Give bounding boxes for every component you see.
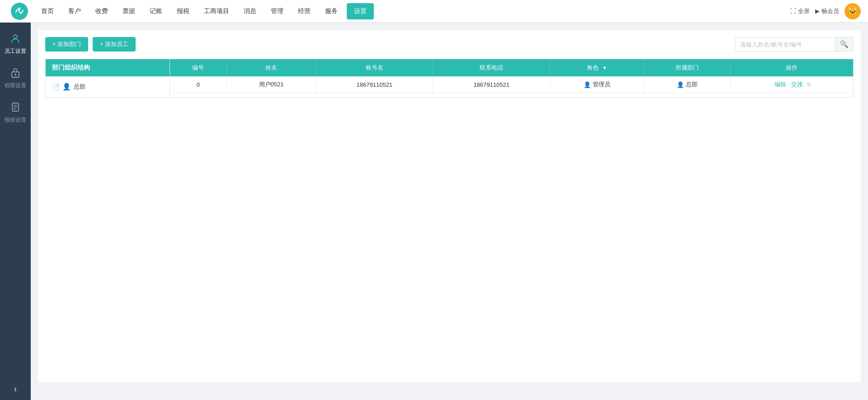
top-navigation: 首页 客户 收费 票据 记账 报税 工商项目 消息 管理 经营 服务 设置 ⛶ … [0,0,868,23]
nav-settings[interactable]: 设置 [347,3,374,19]
col-header-role[interactable]: 角色 ▼ [550,59,644,76]
add-emp-button[interactable]: + 添加员工 [93,37,136,52]
dept-node-root[interactable]: 📄 👤 总部 [50,80,165,94]
file-icon: 📄 [52,83,60,90]
dept-tree-body: 📄 👤 总部 [46,76,170,97]
dept-layout: 部门组织结构 📄 👤 总部 编号 姓名 账号名 [45,59,854,98]
content-card: + 添加部门 + 添加员工 🔍 部门组织结构 📄 👤 总部 [38,30,861,382]
nav-items: 首页 客户 收费 票据 记账 报税 工商项目 消息 管理 经营 服务 设置 [34,0,790,23]
search-button[interactable]: 🔍 [835,38,853,51]
nav-customer[interactable]: 客户 [61,0,88,23]
col-header-dept: 所属部门 [644,59,731,76]
fullscreen-button[interactable]: ⛶ 全屏 [790,7,810,15]
dept-badge-icon: 👤 [677,81,684,88]
table-header-row: 编号 姓名 账号名 联系电话 角色 ▼ 所属部门 操作 [170,59,853,76]
nav-service[interactable]: 服务 [318,0,345,23]
cell-name: 用户0521 [226,76,316,93]
svg-point-1 [18,7,21,10]
add-dept-button[interactable]: + 添加部门 [45,37,88,52]
nav-fee[interactable]: 收费 [88,0,115,23]
svg-point-4 [14,74,16,75]
nav-home[interactable]: 首页 [34,0,61,23]
table-row: 0 用户0521 18679110521 18679110521 👤 管理员 [170,76,853,93]
dept-node-label: 总部 [74,83,85,91]
role-user-icon: 👤 [584,81,591,88]
employee-label: 员工设置 [5,47,26,55]
nav-manage[interactable]: 管理 [264,0,291,23]
search-input[interactable] [736,38,835,51]
dept-user-icon: 👤 [62,83,71,91]
vip-icon: ▶ [815,8,820,14]
nav-tax[interactable]: 报税 [170,0,197,23]
svg-point-2 [14,35,17,38]
cell-id: 0 [170,76,226,93]
employee-icon [10,33,20,46]
toolbar: + 添加部门 + 添加员工 🔍 [45,37,854,52]
nav-invoice[interactable]: 票据 [115,0,142,23]
cell-dept: 👤 总部 [644,76,731,93]
avatar-icon: 🐱 [848,6,858,16]
dept-badge: 👤 总部 [677,80,698,89]
permission-label: 权限设置 [5,82,26,89]
scroll-arrows: ⇅ [807,81,811,88]
role-value: 管理员 [593,80,610,89]
vip-button[interactable]: ▶ 畅会员 [815,7,839,15]
role-label: 角色 [587,64,599,71]
vip-label: 畅会员 [821,7,839,15]
download-icon: ⬇ [13,386,18,393]
col-header-name: 姓名 [226,59,316,76]
left-sidebar: 员工设置 权限设置 报税设置 ⬇ [0,23,31,400]
cell-role: 👤 管理员 [550,76,644,93]
col-header-account: 账号名 [316,59,433,76]
nav-operation[interactable]: 经营 [291,0,318,23]
sidebar-item-employee[interactable]: 员工设置 [0,27,31,61]
app-logo [5,3,34,20]
role-badge: 👤 管理员 [584,80,610,89]
dept-tree: 部门组织结构 📄 👤 总部 [45,59,170,98]
col-header-phone: 联系电话 [433,59,550,76]
role-filter-icon[interactable]: ▼ [602,65,607,71]
user-avatar[interactable]: 🐱 [844,3,861,19]
right-tools: ⛶ 全屏 ▶ 畅会员 🐱 [790,3,868,19]
sidebar-item-permission[interactable]: 权限设置 [0,61,31,96]
fullscreen-icon: ⛶ [790,8,796,14]
tax-icon [11,102,20,114]
transfer-action[interactable]: 交接 [791,81,803,88]
search-box: 🔍 [735,37,854,52]
col-header-actions: 操作 [730,59,853,76]
main-content: + 添加部门 + 添加员工 🔍 部门组织结构 📄 👤 总部 [31,23,868,400]
nav-message[interactable]: 消息 [236,0,264,23]
tax-label: 报税设置 [5,116,26,124]
cell-phone: 18679110521 [433,76,550,93]
cell-actions: 编辑 交接 ⇅ [730,76,853,93]
search-icon: 🔍 [840,40,849,48]
nav-accounting[interactable]: 记账 [142,0,170,23]
sidebar-bottom-btn[interactable]: ⬇ [0,380,31,400]
permission-icon [11,68,20,80]
edit-action[interactable]: 编辑 [774,81,786,88]
nav-business[interactable]: 工商项目 [197,0,236,23]
cell-account: 18679110521 [316,76,433,93]
dept-value: 总部 [686,80,698,89]
employee-table-wrap: 编号 姓名 账号名 联系电话 角色 ▼ 所属部门 操作 [170,59,854,98]
sidebar-item-tax[interactable]: 报税设置 [0,96,31,130]
employee-table: 编号 姓名 账号名 联系电话 角色 ▼ 所属部门 操作 [170,59,853,93]
fullscreen-label: 全屏 [798,7,810,15]
col-header-id: 编号 [170,59,226,76]
dept-tree-header: 部门组织结构 [46,59,170,76]
